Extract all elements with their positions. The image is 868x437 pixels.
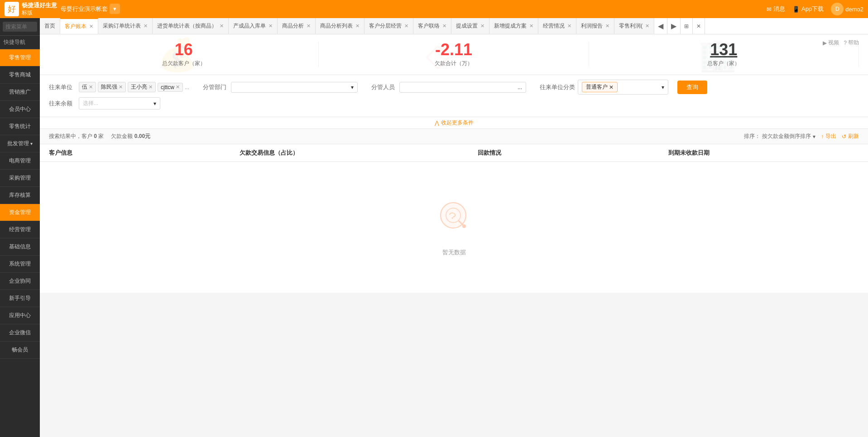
sidebar-item-purchase[interactable]: 采购管理 [0,170,40,187]
sidebar-item-ecommerce[interactable]: 电商管理 [0,152,40,170]
balance-placeholder: 选择... [83,100,98,107]
tag-close-category[interactable]: ✕ [609,84,614,90]
sidebar-item-app-center[interactable]: 应用中心 [0,307,40,324]
tab-close-icon[interactable]: ✕ [307,23,311,29]
top-bar-left: 好 畅捷通好生意 标版 母婴行业演示帐套 ▾ [5,2,120,16]
filter-tag-wang: 王小亮 ✕ [128,82,156,92]
category-text: 普通客户 [586,83,608,91]
avatar: D [831,3,844,15]
tab-close-icon[interactable]: ✕ [269,23,273,29]
balance-select[interactable]: 选择... ▾ [79,97,160,109]
sidebar-item-finance[interactable]: 资金管理 [0,204,40,221]
sidebar-item-inventory[interactable]: 库存核算 [0,187,40,204]
main-layout: 快捷导航 零售管理 零售商城 营销推广 会员中心 零售统计 批发管理 ▾ 电商管… [0,18,868,437]
tab-goods-analysis[interactable]: 商品分析 ✕ [278,18,316,34]
refresh-btn[interactable]: ↺ 刷新 [842,133,859,140]
export-label: 导出 [825,133,836,140]
sidebar-label: 电商管理 [9,157,31,164]
sidebar-label: 畅会员 [12,347,28,353]
username: demo2 [845,6,863,13]
messages-btn[interactable]: ✉ 消息 [767,5,785,13]
user-profile[interactable]: D demo2 [831,3,863,15]
branch-person-label: 分管人员 [371,83,397,91]
sidebar-item-member[interactable]: 会员中心 [0,101,40,118]
tab-operations-status[interactable]: 经营情况 ✕ [538,18,576,34]
sidebar-label: 经营管理 [9,226,31,233]
tag-close-chen[interactable]: ✕ [119,84,123,90]
export-btn[interactable]: ↑ 导出 [821,133,836,140]
video-help-btn[interactable]: ▶ 视频 [823,39,839,47]
branch-dept-select[interactable]: ▾ [231,82,358,93]
filter-more-btn[interactable]: ... [185,84,189,90]
tab-nav-prev[interactable]: ◀ [654,18,667,34]
tab-customer-segments[interactable]: 客户分层经营 ✕ [364,18,413,34]
sidebar-item-marketing[interactable]: 营销推广 [0,84,40,101]
tab-close-icon[interactable]: ✕ [529,23,533,29]
results-bar: 搜索结果中，客户 0 家 欠款金额 0.00元 排序： 按欠款金额倒序排序 [40,129,868,144]
tag-close-wu[interactable]: ✕ [89,84,93,90]
collapse-label: 收起更多条件 [441,119,474,127]
tab-customer-contact[interactable]: 客户联络 ✕ [413,18,451,34]
main-content: 💰 16 总欠款客户（家） ◇ -2.11 欠款合计（万 [40,34,868,437]
stat-number-total: 131 [707,42,740,58]
tab-close-icon[interactable]: ✕ [89,24,93,29]
tab-close-icon[interactable]: ✕ [404,23,408,29]
tab-label: 客户联络 [418,22,440,30]
tab-purchase-order[interactable]: 采购订单统计表 ✕ [98,18,153,34]
tab-goods-analysis-list[interactable]: 商品分析列表 ✕ [316,18,364,34]
tab-nav-close-all[interactable]: ✕ [693,18,705,34]
tab-close-icon[interactable]: ✕ [442,23,446,29]
debt-text: 欠款金额 0.00元 [111,133,150,140]
sidebar-label: 零售统计 [9,123,31,129]
sidebar-quick-nav[interactable]: 快捷导航 [0,36,40,49]
tag-text: 陈民强 [101,83,117,91]
app-wrapper: 好 畅捷通好生意 标版 母婴行业演示帐套 ▾ ✉ 消息 📱 App下载 D [0,0,868,437]
sidebar-item-retail-manage[interactable]: 零售管理 [0,49,40,66]
unit-category-area: 往来单位分类 普通客户 ✕ ▾ [540,80,668,95]
tab-accounts-receivable[interactable]: 客户账本 ✕ [60,18,98,34]
sidebar-item-wholesale[interactable]: 批发管理 ▾ [0,135,40,152]
unit-category-select[interactable]: 普通客户 ✕ ▾ [578,80,668,95]
sidebar-item-wechat[interactable]: 企业微信 [0,324,40,342]
app-download-btn[interactable]: 📱 App下载 [792,5,824,13]
sidebar-item-operations[interactable]: 经营管理 [0,221,40,238]
tab-label: 客户分层经营 [369,22,402,30]
tab-close-icon[interactable]: ✕ [605,23,609,29]
tab-close-icon[interactable]: ✕ [645,23,649,29]
collapse-bar[interactable]: ⋀ 收起更多条件 [40,117,868,129]
tab-nav-expand[interactable]: ⊞ [681,18,693,34]
chevron-up-icon: ⋀ [435,120,439,126]
selector-dropdown[interactable]: ▾ [110,4,120,14]
sidebar-item-enterprise[interactable]: 企业协同 [0,273,40,290]
query-button[interactable]: 查询 [677,81,707,94]
tab-close-icon[interactable]: ✕ [480,23,484,29]
sidebar-item-retail-stats[interactable]: 零售统计 [0,118,40,135]
sidebar-search-area [0,18,40,36]
tab-new-promotion[interactable]: 新增提成方案 ✕ [489,18,538,34]
tag-close-cjttcw[interactable]: ✕ [176,84,180,90]
sidebar-item-basic-info[interactable]: 基础信息 [0,238,40,256]
branch-person-select[interactable]: ... [399,82,526,93]
tab-close-icon[interactable]: ✕ [220,23,224,29]
sidebar-item-system[interactable]: 系统管理 [0,256,40,273]
chevron-down-icon: ▾ [153,100,156,107]
sidebar-item-new-guide[interactable]: 新手引导 [0,290,40,307]
tab-retail-profit[interactable]: 零售利润( ✕ [614,18,654,34]
search-input[interactable] [3,22,37,32]
sort-label: 排序： [744,133,760,140]
tab-close-icon[interactable]: ✕ [144,23,148,29]
sidebar-item-vip[interactable]: 畅会员 [0,342,40,359]
help-btn[interactable]: ? 帮助 [844,39,859,47]
stat-inner-1: 16 总欠款客户（家） [162,42,206,67]
sort-select[interactable]: 排序： 按欠款金额倒序排序 ▾ [744,133,815,140]
sidebar-item-retail-mall[interactable]: 零售商城 [0,66,40,84]
tag-close-wang[interactable]: ✕ [149,84,153,90]
tab-cost-inbound[interactable]: 产成品入库单 ✕ [229,18,278,34]
tab-promotion-settings[interactable]: 提成设置 ✕ [451,18,489,34]
tab-incoming-stats[interactable]: 进货单统计表（按商品） ✕ [153,18,229,34]
tab-home[interactable]: 首页 [40,18,60,34]
tab-close-icon[interactable]: ✕ [567,23,571,29]
tab-close-icon[interactable]: ✕ [355,23,360,29]
tab-profit-report[interactable]: 利润报告 ✕ [576,18,614,34]
tab-nav-next[interactable]: ▶ [667,18,681,34]
